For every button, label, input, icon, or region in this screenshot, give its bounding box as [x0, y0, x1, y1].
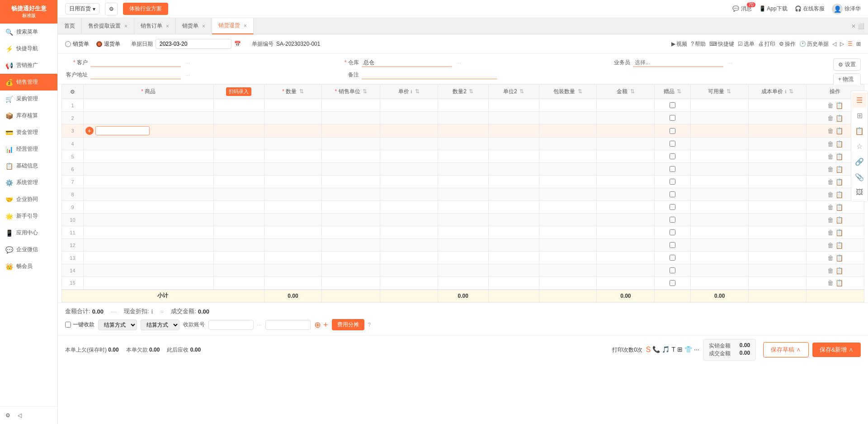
- sort-amount-icon[interactable]: ⇅: [630, 88, 635, 95]
- sidebar-item-finance[interactable]: 💳 资金管理: [0, 124, 57, 141]
- delete-row-btn-3[interactable]: 🗑: [827, 127, 834, 134]
- next-btn[interactable]: ▷: [840, 41, 844, 47]
- available-cell-15[interactable]: [691, 277, 749, 290]
- product-cell-9[interactable]: [83, 201, 213, 214]
- scan-cell-13[interactable]: [213, 252, 264, 264]
- close-all-tabs-btn[interactable]: ✕: [851, 23, 856, 29]
- list-view-icon[interactable]: ☰: [848, 41, 853, 47]
- qty2-cell-11[interactable]: [438, 226, 488, 239]
- amount-cell-13[interactable]: [597, 252, 655, 264]
- delete-row-btn-11[interactable]: 🗑: [827, 229, 834, 236]
- scan-cell-7[interactable]: [213, 176, 264, 188]
- cost-price-cell-12[interactable]: [749, 239, 807, 252]
- delete-row-btn-1[interactable]: 🗑: [827, 102, 834, 109]
- qty2-cell-10[interactable]: [438, 214, 488, 226]
- sidebar-item-shortcuts[interactable]: ⚡ 快捷导航: [0, 40, 57, 57]
- price-cell-12[interactable]: [380, 239, 438, 252]
- amount-cell-5[interactable]: [597, 150, 655, 163]
- cost-price-cell-15[interactable]: [749, 277, 807, 290]
- amount-cell-2[interactable]: [597, 112, 655, 124]
- scan-cell-11[interactable]: [213, 226, 264, 239]
- available-cell-10[interactable]: [691, 214, 749, 226]
- industry-dropdown[interactable]: 日用百货 ▾: [65, 3, 99, 14]
- unit2-cell-7[interactable]: [488, 176, 539, 188]
- qty-cell-12[interactable]: [264, 239, 322, 252]
- pack-qty-cell-7[interactable]: [539, 176, 597, 188]
- sidebar-collapse-btn[interactable]: ◁: [16, 410, 24, 420]
- qty-cell-1[interactable]: [264, 99, 322, 112]
- unit-cell-7[interactable]: [322, 176, 380, 188]
- sort-avail-icon[interactable]: ⇅: [726, 88, 731, 95]
- warehouse-input[interactable]: [362, 58, 452, 67]
- copy-row-btn-2[interactable]: 📋: [835, 114, 843, 122]
- delete-row-btn-7[interactable]: 🗑: [827, 178, 834, 186]
- customer-input[interactable]: [90, 58, 181, 67]
- unit-cell-8[interactable]: [322, 188, 380, 201]
- help-btn[interactable]: ? 帮助: [691, 40, 706, 48]
- unit2-cell-6[interactable]: [488, 163, 539, 176]
- copy-row-btn-4[interactable]: 📋: [835, 140, 843, 148]
- product-cell-12[interactable]: [83, 239, 213, 252]
- unit2-cell-10[interactable]: [488, 214, 539, 226]
- available-cell-12[interactable]: [691, 239, 749, 252]
- shortcut-btn[interactable]: ⌨ 快捷键: [709, 40, 734, 48]
- available-cell-6[interactable]: [691, 163, 749, 176]
- sidebar-item-system[interactable]: ⚙️ 系统管理: [0, 174, 57, 191]
- sidebar-item-basics[interactable]: 📋 基础信息: [0, 157, 57, 174]
- unit-cell-12[interactable]: [322, 239, 380, 252]
- price-cell-4[interactable]: [380, 138, 438, 150]
- unit-cell-13[interactable]: [322, 252, 380, 264]
- grid-view-icon[interactable]: ⊞: [856, 41, 861, 47]
- amount-cell-12[interactable]: [597, 239, 655, 252]
- copy-row-btn-7[interactable]: 📋: [835, 178, 843, 186]
- gift-check-14[interactable]: [670, 267, 675, 273]
- sort-qty-icon[interactable]: ⇅: [299, 88, 304, 95]
- qty2-cell-13[interactable]: [438, 252, 488, 264]
- warehouse-dots[interactable]: ···: [457, 60, 461, 66]
- one-click-pay-checkbox[interactable]: 一键收款: [65, 321, 94, 329]
- scan-btn[interactable]: 扫码录入: [226, 87, 251, 96]
- unit2-cell-1[interactable]: [488, 99, 539, 112]
- amount-cell-1[interactable]: [597, 99, 655, 112]
- gift-check-11[interactable]: [670, 229, 675, 235]
- delete-row-btn-15[interactable]: 🗑: [827, 279, 834, 286]
- pack-qty-cell-3[interactable]: [539, 124, 597, 138]
- unit-cell-4[interactable]: [322, 138, 380, 150]
- sidebar-item-apps[interactable]: 📱 应用中心: [0, 224, 57, 241]
- tab-price-settings[interactable]: 售价提取设置 ×: [82, 18, 134, 34]
- tab-sales-return-close[interactable]: ×: [244, 23, 247, 29]
- card-view-btn[interactable]: ⊞: [852, 108, 867, 123]
- price-cell-14[interactable]: [380, 264, 438, 277]
- one-click-pay-input[interactable]: [65, 322, 71, 328]
- qty2-cell-5[interactable]: [438, 150, 488, 163]
- cost-price-cell-10[interactable]: [749, 214, 807, 226]
- gift-check-4[interactable]: [670, 141, 675, 147]
- qty2-cell-7[interactable]: [438, 176, 488, 188]
- price-cell-7[interactable]: [380, 176, 438, 188]
- unit-cell-1[interactable]: [322, 99, 380, 112]
- available-cell-8[interactable]: [691, 188, 749, 201]
- scan-cell-8[interactable]: [213, 188, 264, 201]
- address-input[interactable]: [90, 71, 181, 79]
- scan-cell-2[interactable]: [213, 112, 264, 124]
- amount-cell-7[interactable]: [597, 176, 655, 188]
- tab-sales-delivery-close[interactable]: ×: [202, 23, 205, 29]
- gift-check-6[interactable]: [670, 166, 675, 172]
- sort-qty2-icon[interactable]: ⇅: [469, 88, 473, 95]
- price-cell-10[interactable]: [380, 214, 438, 226]
- delete-row-btn-6[interactable]: 🗑: [827, 166, 834, 173]
- copy-row-btn-8[interactable]: 📋: [835, 191, 843, 198]
- amount-cell-4[interactable]: [597, 138, 655, 150]
- cost-price-cell-5[interactable]: [749, 150, 807, 163]
- product-input-3[interactable]: [95, 126, 150, 135]
- product-cell-1[interactable]: [83, 99, 213, 112]
- amount-cell-3[interactable]: [597, 124, 655, 138]
- save-new-button[interactable]: 保存&新增 ∧: [812, 343, 861, 357]
- delete-row-btn-14[interactable]: 🗑: [827, 267, 834, 274]
- scan-cell-3[interactable]: [213, 124, 264, 138]
- qty-cell-2[interactable]: [264, 112, 322, 124]
- sort-pack-icon[interactable]: ⇅: [578, 88, 582, 95]
- amount-cell-14[interactable]: [597, 264, 655, 277]
- product-cell-4[interactable]: [83, 138, 213, 150]
- unit-cell-9[interactable]: [322, 201, 380, 214]
